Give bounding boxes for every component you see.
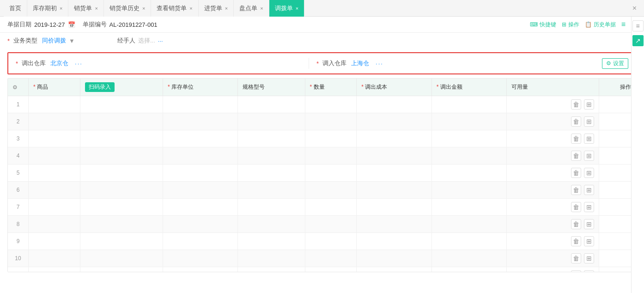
row-spec[interactable]	[163, 250, 237, 267]
tab-sales-history-close[interactable]: ×	[142, 6, 145, 11]
row-amount[interactable]	[357, 113, 431, 130]
tab-purchase-order[interactable]: 进货单 ×	[199, 0, 234, 17]
row-spec[interactable]	[163, 130, 237, 147]
delete-btn[interactable]: 🗑	[571, 116, 581, 127]
row-unit[interactable]	[80, 267, 163, 273]
th-gear[interactable]: ⚙	[8, 79, 29, 96]
right-panel-list-btn[interactable]: ≡	[632, 20, 644, 31]
business-value[interactable]: 同价调拨	[42, 37, 66, 45]
row-cost[interactable]	[305, 267, 357, 273]
row-cost[interactable]	[305, 233, 357, 250]
history-btn[interactable]: 📋 历史单据	[585, 21, 616, 29]
copy-btn[interactable]: ⊞	[584, 116, 594, 127]
row-unit[interactable]	[80, 250, 163, 267]
row-available[interactable]	[431, 233, 506, 250]
row-unit[interactable]	[80, 147, 163, 165]
row-qty[interactable]	[238, 250, 305, 267]
gear-icon[interactable]: ⚙	[12, 84, 18, 91]
row-spec[interactable]	[163, 96, 237, 113]
tab-inventory-init-close[interactable]: ×	[60, 6, 62, 11]
in-dots[interactable]: ···	[376, 60, 383, 67]
scan-button[interactable]: 扫码录入	[85, 82, 115, 92]
row-qty[interactable]	[238, 147, 305, 165]
settings-button[interactable]: ⚙ 设置	[602, 58, 628, 69]
delete-btn[interactable]: 🗑	[571, 151, 581, 161]
copy-btn[interactable]: ⊞	[584, 219, 594, 229]
row-spec[interactable]	[163, 182, 237, 199]
row-qty[interactable]	[238, 130, 305, 147]
tab-view-sales[interactable]: 查看销货单 ×	[151, 0, 198, 17]
row-product[interactable]	[29, 113, 80, 130]
row-product[interactable]	[29, 130, 80, 147]
row-product[interactable]	[29, 267, 80, 273]
row-amount[interactable]	[357, 216, 431, 233]
delete-btn[interactable]: 🗑	[571, 219, 581, 229]
row-spec[interactable]	[163, 165, 237, 182]
copy-btn[interactable]: ⊞	[584, 151, 594, 161]
row-product[interactable]	[29, 216, 80, 233]
out-dots[interactable]: ···	[75, 60, 83, 67]
row-available[interactable]	[431, 147, 506, 165]
copy-btn[interactable]: ⊞	[584, 99, 594, 110]
row-cost[interactable]	[305, 147, 357, 165]
row-qty[interactable]	[238, 199, 305, 216]
tab-stocktake[interactable]: 盘点单 ×	[234, 0, 269, 17]
tab-sales-history[interactable]: 销货单历史 ×	[104, 0, 151, 17]
row-qty[interactable]	[238, 113, 305, 130]
row-spec[interactable]	[163, 216, 237, 233]
row-amount[interactable]	[357, 250, 431, 267]
calendar-icon[interactable]: 📅	[68, 21, 75, 28]
copy-btn[interactable]: ⊞	[584, 202, 594, 212]
right-panel-export-btn[interactable]: ↗	[632, 35, 644, 46]
row-amount[interactable]	[357, 165, 431, 182]
row-available[interactable]	[431, 199, 506, 216]
row-cost[interactable]	[305, 182, 357, 199]
row-amount[interactable]	[357, 147, 431, 165]
row-unit[interactable]	[80, 216, 163, 233]
row-cost[interactable]	[305, 113, 357, 130]
delete-btn[interactable]: 🗑	[571, 236, 581, 246]
row-available[interactable]	[431, 130, 506, 147]
copy-btn[interactable]: ⊞	[584, 236, 594, 246]
row-qty[interactable]	[238, 267, 305, 273]
row-available[interactable]	[431, 267, 506, 273]
out-value[interactable]: 北京仓	[50, 59, 68, 67]
row-amount[interactable]	[357, 267, 431, 273]
handler-dots[interactable]: ···	[158, 37, 163, 44]
delete-btn[interactable]: 🗑	[571, 202, 581, 212]
row-available[interactable]	[431, 182, 506, 199]
row-available[interactable]	[431, 216, 506, 233]
row-unit[interactable]	[80, 182, 163, 199]
delete-btn[interactable]: 🗑	[571, 185, 581, 195]
delete-btn[interactable]: 🗑	[571, 168, 581, 178]
row-qty[interactable]	[238, 233, 305, 250]
row-qty[interactable]	[238, 96, 305, 113]
row-cost[interactable]	[305, 96, 357, 113]
tab-sales-order-close[interactable]: ×	[95, 6, 97, 11]
th-scan[interactable]: 扫码录入	[80, 79, 163, 96]
shortcut-btn[interactable]: ⌨ 快捷键	[530, 21, 556, 29]
tab-sales-order[interactable]: 销货单 ×	[68, 0, 103, 17]
row-amount[interactable]	[357, 233, 431, 250]
row-product[interactable]	[29, 199, 80, 216]
row-unit[interactable]	[80, 96, 163, 113]
row-available[interactable]	[431, 165, 506, 182]
row-available[interactable]	[431, 96, 506, 113]
delete-btn[interactable]: 🗑	[571, 253, 581, 263]
row-cost[interactable]	[305, 165, 357, 182]
delete-btn[interactable]: 🗑	[571, 270, 581, 272]
row-spec[interactable]	[163, 267, 237, 273]
row-available[interactable]	[431, 113, 506, 130]
row-spec[interactable]	[163, 233, 237, 250]
row-amount[interactable]	[357, 182, 431, 199]
row-spec[interactable]	[163, 147, 237, 165]
row-product[interactable]	[29, 182, 80, 199]
in-value[interactable]: 上海仓	[351, 59, 369, 67]
tab-stocktake-close[interactable]: ×	[260, 6, 263, 11]
tab-view-sales-close[interactable]: ×	[189, 6, 192, 11]
row-spec[interactable]	[163, 199, 237, 216]
row-product[interactable]	[29, 147, 80, 165]
row-amount[interactable]	[357, 130, 431, 147]
row-unit[interactable]	[80, 113, 163, 130]
delete-btn[interactable]: 🗑	[571, 99, 581, 110]
